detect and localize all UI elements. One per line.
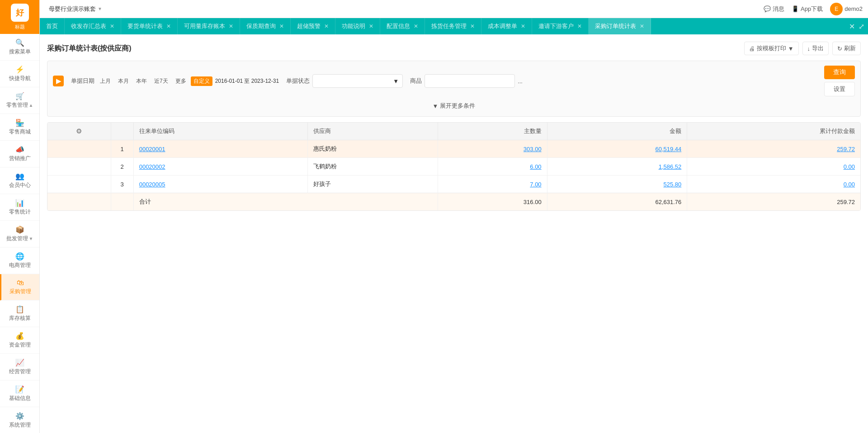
sidebar-item-system-mgmt[interactable]: ⚙️ 系统管理	[0, 407, 39, 433]
td-row1-settings[interactable]	[47, 140, 111, 158]
query-button[interactable]: 查询	[824, 66, 855, 79]
sidebar-item-retail-shop[interactable]: 🏪 零售商城	[0, 114, 39, 141]
sidebar-item-purchase-mgmt[interactable]: 🛍 采购管理	[0, 274, 39, 300]
tab-purchase-stat[interactable]: 要货单统计表 ✕	[121, 18, 178, 34]
batch-mgmt-icon: 📦	[15, 225, 24, 234]
sidebar-item-basic-info[interactable]: 📝 基础信息	[0, 381, 39, 407]
paid-amount-link-1[interactable]: 259.72	[837, 146, 855, 152]
tab-purchase-order-stat-close-icon[interactable]: ✕	[640, 23, 644, 29]
td-row3-supplier: 好孩子	[307, 176, 438, 193]
tab-purchase-order-stat[interactable]: 采购订单统计表 ✕	[589, 18, 651, 34]
sidebar-item-quick-nav[interactable]: ⚡ 快捷导航	[0, 61, 39, 87]
refresh-button[interactable]: ↻ 刷新	[832, 42, 861, 55]
tab-overstock-close-icon[interactable]: ✕	[324, 23, 329, 29]
tab-purchase-stat-label: 要货单统计表	[127, 22, 163, 30]
sidebar-item-label: 快捷导航	[9, 75, 31, 82]
app-logo[interactable]: 好 标题	[0, 0, 39, 34]
filter-more-button[interactable]: ...	[518, 78, 523, 85]
sidebar-item-label: 基础信息	[9, 395, 31, 402]
tab-invite-customer[interactable]: 邀请下游客户 ✕	[532, 18, 589, 34]
tab-function-desc-close-icon[interactable]: ✕	[369, 23, 373, 29]
sidebar-item-search[interactable]: 🔍 搜索菜单	[0, 34, 39, 61]
table-footer: 合计 316.00 62,631.76 259.72	[47, 193, 860, 211]
td-row3-settings[interactable]	[47, 176, 111, 193]
goods-input[interactable]	[425, 74, 515, 88]
sidebar-item-member-center[interactable]: 👥 会员中心	[0, 167, 39, 194]
tab-collect[interactable]: 收发存汇总表 ✕	[65, 18, 121, 34]
sidebar-item-batch-mgmt[interactable]: 📦 批发管理 ▼	[0, 221, 39, 247]
sidebar-item-ecommerce[interactable]: 🌐 电商管理	[0, 247, 39, 274]
app-download-button[interactable]: 📱 App下载	[792, 5, 823, 13]
date-shortcut-last-month[interactable]: 上月	[97, 76, 113, 86]
date-shortcut-7days[interactable]: 近7天	[151, 76, 171, 86]
sidebar: 好 标题 🔍 搜索菜单 ⚡ 快捷导航 🛒 零售管理 ▲ 🏪 零售商城 📣 营销推…	[0, 0, 40, 433]
sidebar-item-retail-mgmt[interactable]: 🛒 零售管理 ▲	[0, 87, 39, 114]
th-settings[interactable]: ⚙	[47, 123, 111, 140]
tab-purchase-order-stat-label: 采购订单统计表	[595, 22, 636, 30]
date-shortcut-this-year[interactable]: 本年	[133, 76, 150, 86]
account-dropdown[interactable]: 母婴行业演示账套 ▼	[45, 5, 106, 13]
amount-link-1[interactable]: 60,519.44	[655, 146, 681, 152]
tab-pick-task-close-icon[interactable]: ✕	[470, 23, 475, 29]
filter-settings-button[interactable]: 设置	[824, 82, 855, 96]
paid-amount-link-3[interactable]: 0.00	[844, 181, 855, 188]
sidebar-item-label: 电商管理	[9, 262, 31, 269]
td-row2-num: 2	[111, 158, 133, 176]
tab-config-info[interactable]: 配置信息 ✕	[380, 18, 425, 34]
main-qty-link-1[interactable]: 303.00	[524, 146, 542, 152]
tab-purchase-stat-close-icon[interactable]: ✕	[166, 23, 171, 29]
tab-collect-close-icon[interactable]: ✕	[110, 23, 114, 29]
sidebar-item-business-mgmt[interactable]: 📈 经营管理	[0, 354, 39, 381]
td-row2-settings[interactable]	[47, 158, 111, 176]
status-filter-label: 单据状态	[286, 77, 310, 85]
user-profile-button[interactable]: E demo2	[830, 3, 863, 15]
tab-config-info-close-icon[interactable]: ✕	[414, 23, 418, 29]
td-row2-main-qty: 6.00	[438, 158, 547, 176]
date-shortcut-more[interactable]: 更多	[173, 76, 189, 86]
amount-link-3[interactable]: 525.80	[664, 181, 682, 188]
template-print-button[interactable]: 🖨 按模板打印 ▼	[744, 42, 799, 55]
tab-cost-adjust[interactable]: 成本调整单 ✕	[481, 18, 532, 34]
main-qty-link-2[interactable]: 6.00	[530, 163, 541, 170]
tab-available-stock[interactable]: 可用量库存账本 ✕	[178, 18, 240, 34]
tab-home[interactable]: 首页	[40, 18, 65, 34]
filter-toggle-button[interactable]: ▶	[53, 76, 64, 86]
sidebar-item-label: 采购管理	[9, 288, 31, 295]
sidebar-item-label: 资金管理	[9, 341, 31, 349]
export-button[interactable]: ↓ 导出	[802, 42, 829, 55]
partner-code-link-2[interactable]: 00020002	[139, 163, 165, 170]
close-all-tabs-icon[interactable]: ✕	[849, 22, 855, 31]
tab-cost-adjust-close-icon[interactable]: ✕	[521, 23, 525, 29]
tab-invite-customer-close-icon[interactable]: ✕	[577, 23, 582, 29]
date-custom-badge[interactable]: 自定义	[191, 76, 212, 86]
tab-expiry-query[interactable]: 保质期查询 ✕	[240, 18, 291, 34]
paid-amount-link-2[interactable]: 0.00	[844, 163, 855, 170]
partner-code-link-1[interactable]: 00020001	[139, 146, 165, 152]
message-button[interactable]: 💬 消息	[764, 5, 784, 13]
sidebar-item-capital-mgmt[interactable]: 💰 资金管理	[0, 327, 39, 354]
tab-pick-task[interactable]: 拣货任务管理 ✕	[425, 18, 481, 34]
amount-link-2[interactable]: 1,586.52	[659, 163, 682, 170]
main-qty-link-3[interactable]: 7.00	[530, 181, 541, 188]
tab-expiry-query-close-icon[interactable]: ✕	[279, 23, 284, 29]
sidebar-item-retail-stat[interactable]: 📊 零售统计	[0, 194, 39, 221]
td-row1-partner-code: 00020001	[133, 140, 307, 158]
status-filter-group: 单据状态 ▼	[286, 74, 403, 88]
table-row: 1 00020001 惠氏奶粉 303.00 60,519.44	[47, 140, 860, 158]
tab-overstock[interactable]: 超储预警 ✕	[291, 18, 335, 34]
export-icon: ↓	[807, 45, 811, 52]
sidebar-item-marketing[interactable]: 📣 营销推广	[0, 141, 39, 167]
retail-shop-icon: 🏪	[15, 119, 24, 127]
sidebar-item-stock-check[interactable]: 📋 库存核算	[0, 300, 39, 327]
sidebar-item-label: 会员中心	[9, 181, 31, 189]
expand-more-button[interactable]: ▼ 展开更多条件	[429, 100, 479, 112]
filter-expand-row: ▼ 展开更多条件	[53, 100, 855, 112]
tab-available-stock-close-icon[interactable]: ✕	[229, 23, 233, 29]
status-select[interactable]: ▼	[312, 74, 403, 88]
th-supplier: 供应商	[307, 123, 438, 140]
sidebar-item-label: 零售管理	[6, 101, 28, 109]
tab-function-desc[interactable]: 功能说明 ✕	[335, 18, 380, 34]
partner-code-link-3[interactable]: 00020005	[139, 181, 165, 188]
date-shortcut-this-month[interactable]: 本月	[115, 76, 132, 86]
maximize-icon[interactable]: ⤢	[859, 22, 864, 31]
